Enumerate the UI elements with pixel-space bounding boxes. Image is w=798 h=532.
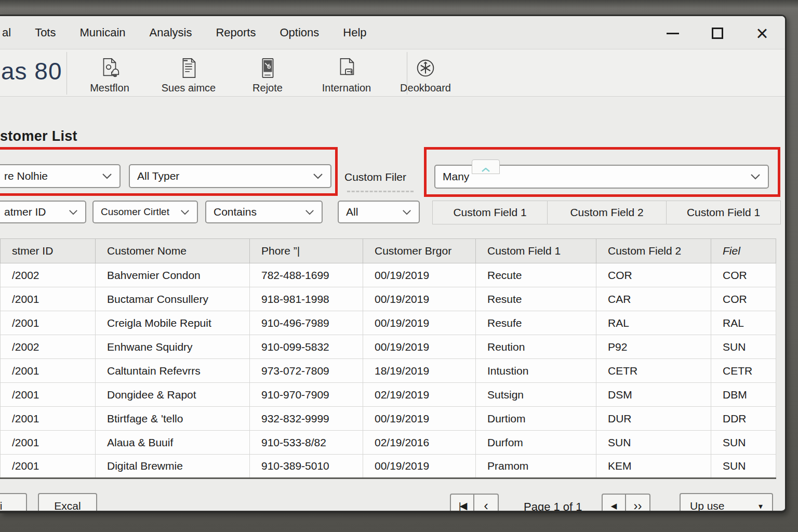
table-cell: Resute [476, 287, 596, 311]
table-cell: Durtiom [476, 407, 596, 431]
table-cell: Buctamar Consullery [96, 287, 250, 311]
table-cell: 00/19/2019 [363, 287, 476, 311]
table-row[interactable]: /2001Creigla Mobile Repuit910-496-798900… [1, 311, 776, 335]
chevron-down-icon [313, 173, 323, 179]
column-header-custom-field-2[interactable]: Custom Field 2 [596, 239, 711, 263]
column-header-stmer-id[interactable]: stmer ID [1, 239, 96, 263]
table-cell: /2002 [1, 335, 96, 359]
field-selector-dropdown[interactable]: atmer ID [0, 201, 86, 223]
up-use-label: Up use [690, 500, 725, 512]
menu-item-options[interactable]: Options [280, 26, 320, 39]
excel-export-button[interactable]: Excal [38, 493, 97, 513]
table-cell: DUR [596, 407, 711, 431]
toolbar-button-sues-aimce[interactable]: Sues aimce [157, 52, 220, 96]
table-cell: Digital Brewmie [96, 455, 250, 478]
table-row[interactable]: /2001Btirtfage & 'tello932-832-999900/19… [1, 407, 776, 431]
toolbar-button-mestflon[interactable]: Mestflon [78, 52, 141, 96]
tooltip-tab [472, 159, 500, 174]
custom-filter-label: Custom Filer [344, 171, 406, 183]
close-button[interactable]: × [752, 23, 773, 44]
menu-item-al[interactable]: al [2, 26, 11, 39]
toolbar-button-deokboard[interactable]: Deokboard [394, 52, 457, 96]
table-cell: 918-981-1998 [250, 287, 363, 311]
custom-field-segment-2[interactable]: Custom Field 2 [547, 201, 667, 224]
table-row[interactable]: /2001Alaua & Buuif910-533-8/8202/19/2016… [1, 431, 776, 455]
table-cell: 00/19/2019 [363, 311, 476, 335]
column-header-phore[interactable]: Phore ”| [250, 239, 363, 263]
table-cell: 02/19/2016 [363, 431, 476, 455]
last-page-button[interactable]: ›› [626, 494, 650, 513]
table-cell: 00/19/2019 [363, 263, 476, 287]
previous-page-button[interactable]: ‹ [474, 494, 499, 513]
toolbar-button-internation[interactable]: Internation [315, 52, 378, 96]
chevron-down-icon [750, 174, 761, 180]
table-row[interactable]: /2002Bahvemier Condon782-488-169900/19/2… [1, 263, 776, 287]
name-filter-value: re Nolhie [4, 170, 48, 182]
menu-item-municain[interactable]: Municain [79, 26, 125, 39]
pager-group-left: |◀ ‹ [450, 494, 499, 513]
minimize-icon [667, 33, 679, 34]
operator-selector-dropdown[interactable]: Contains [205, 201, 323, 223]
table-cell: CETR [596, 359, 711, 383]
doc-image-icon [256, 55, 280, 81]
custom-filter-value: Many [443, 170, 469, 183]
chevron-down-icon [69, 209, 78, 215]
table-cell: Enhwane Squidry [96, 335, 250, 359]
toolbar-divider [66, 52, 67, 95]
table-row[interactable]: /2001Digital Brewmie910-389-501000/19/20… [1, 455, 776, 478]
column-header-fiel[interactable]: Fiel [711, 239, 776, 263]
table-cell: Reution [476, 335, 596, 359]
custom-field-segment-1[interactable]: Custom Field 1 [432, 201, 548, 224]
page-title: stomer List [0, 128, 77, 144]
table-cell: Durfom [476, 431, 596, 455]
custom-field-segment-3[interactable]: Custom Field 1 [666, 201, 781, 224]
type-filter-dropdown[interactable]: All Typer [129, 164, 331, 188]
field-selector-value: atmer ID [4, 206, 46, 218]
first-page-button[interactable]: |◀ [450, 494, 474, 513]
table-cell: /2001 [1, 455, 96, 478]
table-row[interactable]: /2002Enhwane Squidry910-099-583200/19/20… [1, 335, 776, 359]
table-cell: 00/19/2019 [363, 455, 476, 478]
table-row[interactable]: /2001Dongidee & Rapot910-970-790902/19/2… [1, 383, 776, 407]
doc-bell-icon [98, 55, 122, 81]
table-cell: 910-533-8/82 [250, 431, 363, 455]
table-row[interactable]: /2001Buctamar Consullery918-981-199800/1… [1, 287, 776, 311]
page-indicator: Page 1 of 1 [524, 500, 582, 513]
minimize-button[interactable] [662, 23, 683, 44]
table-cell: COR [711, 263, 776, 287]
name-filter-dropdown[interactable]: re Nolhie [0, 164, 121, 188]
menu-item-help[interactable]: Help [343, 26, 366, 39]
asterisk-circle-icon [414, 55, 437, 81]
table-cell: 910-389-5010 [250, 455, 363, 478]
table-row[interactable]: /2001Caltuntain Refevrrs973-072-780918/1… [1, 359, 776, 383]
column-header-customer-brgor[interactable]: Customer Brgor [363, 239, 476, 263]
table-cell: /2001 [1, 359, 96, 383]
scope-selector-dropdown[interactable]: All [338, 201, 420, 223]
chevron-down-icon [305, 209, 314, 215]
menu-item-tots[interactable]: Tots [35, 26, 56, 39]
toolbar-button-label: Internation [322, 82, 371, 94]
desktop: alTotsMunicainAnalysisReportsOptionsHelp… [0, 0, 798, 532]
doc-copy-icon [335, 55, 358, 81]
table-cell: SUN [711, 431, 776, 455]
column-header-custom-field-1[interactable]: Custom Field 1 [476, 239, 596, 263]
table-cell: SUN [596, 431, 711, 455]
table-cell: 973-072-7809 [250, 359, 363, 383]
partial-button[interactable]: sfi [0, 493, 27, 513]
toolbar-button-rejote[interactable]: Rejote [236, 52, 299, 96]
table-cell: 18/19/2019 [363, 359, 476, 383]
menu-item-analysis[interactable]: Analysis [150, 26, 192, 39]
table-cell: Btirtfage & 'tello [96, 407, 250, 431]
table-cell: P92 [596, 335, 711, 359]
maximize-button[interactable] [707, 23, 728, 44]
column-selector-value: Cusomer Cirtlet [101, 206, 169, 218]
next-page-button[interactable]: ◀ [602, 494, 626, 513]
table-cell: Caltuntain Refevrrs [96, 359, 250, 383]
column-selector-dropdown[interactable]: Cusomer Cirtlet [92, 201, 198, 223]
column-header-customer-nome[interactable]: Customer Nome [96, 239, 250, 263]
menu-item-reports[interactable]: Reports [216, 26, 256, 39]
maximize-icon [712, 28, 723, 39]
table-cell: /2001 [1, 287, 96, 311]
up-use-dropdown-button[interactable]: Up use ▾ [680, 493, 773, 513]
table-cell: COR [596, 263, 711, 287]
